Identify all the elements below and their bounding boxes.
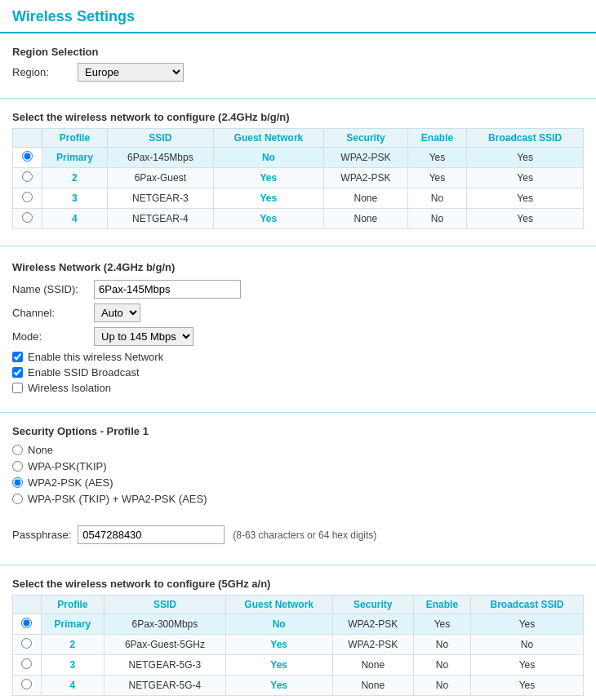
broadcast-cell: Yes [467, 209, 584, 229]
col-radio-5 [13, 596, 42, 614]
table24-subtitle: Select the wireless network to configure… [12, 111, 584, 123]
profile-radio-1[interactable] [22, 171, 33, 182]
broadcast-cell: Yes [470, 655, 583, 676]
col-security-24: Security [324, 129, 408, 148]
ssid-cell: NETGEAR-5G-4 [105, 676, 226, 696]
table-row: Primary6Pax-300MbpsNoWPA2-PSKYesYes [13, 614, 584, 635]
table-5ghz: Profile SSID Guest Network Security Enab… [12, 595, 584, 696]
region-label: Region: [12, 66, 78, 78]
security-aes-radio[interactable] [12, 477, 23, 488]
col-profile-5: Profile [41, 596, 104, 614]
table-row: 3NETGEAR-3YesNoneNoYes [13, 188, 584, 209]
enable-cell: No [413, 655, 470, 676]
table-row: 4NETGEAR-4YesNoneNoYes [13, 209, 584, 229]
broadcast-cell: Yes [467, 188, 584, 209]
table-row: 4NETGEAR-5G-4YesNoneNoYes [13, 676, 584, 696]
ssid-cell: 6Pax-Guest-5GHz [105, 635, 226, 655]
ssid-cell: NETGEAR-4 [107, 209, 213, 229]
enable-cell: No [407, 209, 467, 229]
security-both-radio[interactable] [12, 494, 23, 504]
security-title: Security Options - Profile 1 [12, 425, 584, 437]
enable-wireless-checkbox[interactable] [12, 352, 23, 362]
page-title: Wireless Settings [0, 0, 596, 32]
profile5-radio-3[interactable] [21, 679, 32, 689]
wireless-isolation-label: Wireless Isolation [28, 382, 111, 394]
profile-radio-2[interactable] [22, 192, 33, 202]
mode-label-24: Mode: [12, 330, 94, 343]
passphrase-hint: (8-63 characters or 64 hex digits) [233, 529, 376, 541]
ssid-input-24[interactable] [94, 280, 241, 299]
profile5-radio-1[interactable] [21, 638, 32, 649]
security-none-radio[interactable] [12, 445, 23, 455]
passphrase-label: Passphrase: [12, 529, 71, 541]
profile-cell: Primary [41, 614, 104, 635]
wireless-isolation-checkbox[interactable] [12, 383, 23, 393]
channel-label-24: Channel: [12, 307, 94, 319]
guest-cell: No [225, 614, 332, 635]
profile-radio-0[interactable] [22, 151, 33, 162]
table-row: 26Pax-GuestYesWPA2-PSKYesYes [13, 168, 584, 188]
table-row: Primary6Pax-145MbpsNoWPA2-PSKYesYes [13, 148, 584, 168]
guest-cell: Yes [213, 188, 323, 209]
enable-cell: Yes [407, 168, 467, 188]
ssid-cell: NETGEAR-3 [107, 188, 213, 209]
profile-cell: 4 [42, 209, 108, 229]
profile-cell: 4 [41, 676, 104, 696]
security-cell: WPA2-PSK [324, 148, 408, 168]
security-both-label: WPA-PSK (TKIP) + WPA2-PSK (AES) [28, 493, 207, 505]
security-cell: WPA2-PSK [332, 614, 413, 635]
table5-subtitle: Select the wireless network to configure… [12, 578, 584, 590]
broadcast-cell: Yes [470, 676, 583, 696]
col-broadcast-24: Broadcast SSID [467, 129, 584, 148]
table-row: 3NETGEAR-5G-3YesNoneNoYes [13, 655, 584, 676]
security-tkip-label: WPA-PSK(TKIP) [28, 460, 107, 472]
mode-select-24[interactable]: Up to 145 Mbps Up to 54 Mbps Up to 11 Mb… [94, 327, 193, 346]
security-cell: WPA2-PSK [324, 168, 408, 188]
col-enable-24: Enable [407, 129, 467, 148]
security-cell: None [332, 676, 413, 696]
enable-ssid-label: Enable SSID Broadcast [28, 366, 140, 379]
col-radio [13, 129, 42, 148]
col-profile-24: Profile [42, 129, 108, 148]
guest-cell: Yes [213, 209, 323, 229]
enable-cell: No [413, 635, 470, 655]
guest-cell: Yes [225, 676, 332, 696]
col-broadcast-5: Broadcast SSID [470, 596, 583, 614]
passphrase-input[interactable] [78, 525, 225, 544]
broadcast-cell: Yes [470, 614, 583, 635]
security-tkip-radio[interactable] [12, 461, 23, 472]
ssid-cell: NETGEAR-5G-3 [105, 655, 226, 676]
col-guest-5: Guest Network [225, 596, 332, 614]
broadcast-cell: Yes [467, 168, 584, 188]
security-cell: None [324, 188, 408, 209]
region-select[interactable]: Europe North America Asia Australia [78, 63, 184, 82]
col-ssid-5: SSID [105, 596, 226, 614]
guest-cell: Yes [225, 635, 332, 655]
channel-select-24[interactable]: Auto123 4567 891011 [94, 303, 140, 322]
profile5-radio-2[interactable] [21, 658, 32, 669]
security-aes-label: WPA2-PSK (AES) [28, 476, 113, 489]
broadcast-cell: Yes [467, 148, 584, 168]
security-cell: None [324, 209, 408, 229]
enable-cell: Yes [413, 614, 470, 635]
profile5-radio-0[interactable] [21, 618, 32, 628]
security-cell: None [332, 655, 413, 676]
col-enable-5: Enable [413, 596, 470, 614]
broadcast-cell: No [470, 635, 583, 655]
ssid-cell: 6Pax-Guest [107, 168, 213, 188]
profile-radio-3[interactable] [22, 212, 33, 223]
enable-ssid-broadcast-checkbox[interactable] [12, 367, 23, 378]
table-row: 26Pax-Guest-5GHzYesWPA2-PSKNoNo [13, 635, 584, 655]
profile-cell: Primary [42, 148, 108, 168]
guest-cell: No [213, 148, 323, 168]
col-guest-24: Guest Network [213, 129, 323, 148]
name-label-24: Name (SSID): [12, 283, 94, 295]
col-ssid-24: SSID [107, 129, 213, 148]
profile-cell: 2 [42, 168, 108, 188]
guest-cell: Yes [225, 655, 332, 676]
table-24ghz: Profile SSID Guest Network Security Enab… [12, 128, 584, 229]
network24-title: Wireless Network (2.4GHz b/g/n) [12, 261, 584, 273]
col-security-5: Security [332, 596, 413, 614]
profile-cell: 3 [42, 188, 108, 209]
security-cell: WPA2-PSK [332, 635, 413, 655]
